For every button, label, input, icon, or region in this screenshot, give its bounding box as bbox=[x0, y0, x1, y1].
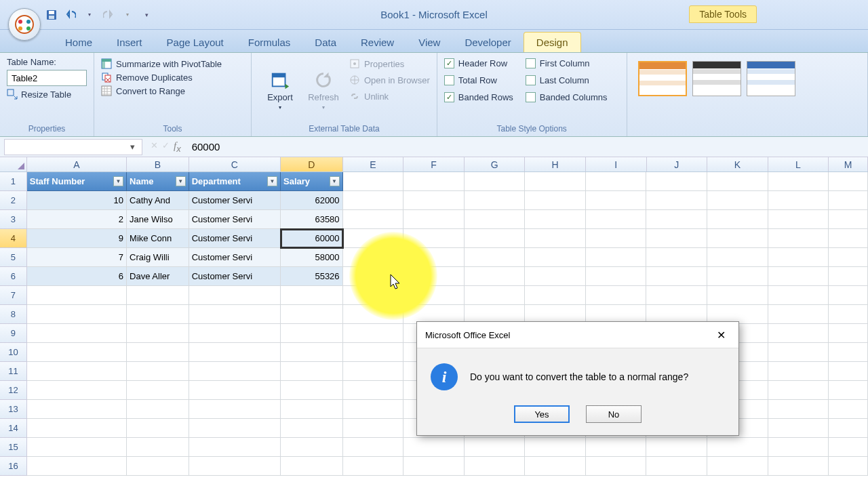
cell[interactable] bbox=[189, 381, 281, 400]
cell[interactable]: Customer Servi bbox=[189, 229, 281, 248]
row-header[interactable]: 2 bbox=[0, 191, 27, 210]
cell[interactable] bbox=[465, 210, 526, 229]
undo-icon[interactable] bbox=[63, 7, 78, 22]
cell[interactable] bbox=[768, 381, 829, 400]
cell[interactable] bbox=[127, 362, 189, 381]
col-header-K[interactable]: K bbox=[707, 157, 768, 171]
cell[interactable]: 63580 bbox=[281, 210, 343, 229]
cell[interactable] bbox=[525, 210, 586, 229]
cell[interactable] bbox=[829, 400, 868, 419]
cell[interactable]: 10 bbox=[27, 191, 127, 210]
cell[interactable] bbox=[768, 229, 829, 248]
cell[interactable] bbox=[829, 343, 868, 362]
cell[interactable] bbox=[525, 457, 586, 476]
cell[interactable] bbox=[829, 457, 868, 476]
row-header[interactable]: 12 bbox=[0, 381, 27, 400]
tab-data[interactable]: Data bbox=[302, 33, 349, 52]
refresh-button[interactable]: Refresh▾ bbox=[302, 57, 345, 123]
convert-to-range-button[interactable]: Convert to Range bbox=[101, 84, 244, 98]
cell[interactable] bbox=[829, 229, 868, 248]
col-header-M[interactable]: M bbox=[829, 157, 868, 171]
cell[interactable] bbox=[343, 438, 404, 457]
cell[interactable] bbox=[768, 191, 829, 210]
cell[interactable] bbox=[403, 457, 465, 476]
qat-customize-icon[interactable]: ▾ bbox=[139, 7, 154, 22]
cell[interactable]: Cathy And bbox=[127, 191, 189, 210]
select-all-button[interactable] bbox=[0, 157, 27, 171]
cell[interactable] bbox=[27, 419, 127, 438]
remove-duplicates-button[interactable]: Remove Duplicates bbox=[101, 70, 244, 84]
cell[interactable] bbox=[465, 248, 526, 267]
ext-properties-button[interactable]: Properties bbox=[349, 57, 430, 70]
cell[interactable] bbox=[127, 343, 189, 362]
cell[interactable] bbox=[281, 324, 343, 343]
cell[interactable]: Craig Willi bbox=[127, 248, 189, 267]
cell[interactable] bbox=[586, 210, 647, 229]
cell[interactable] bbox=[281, 457, 343, 476]
cell[interactable]: Mike Conn bbox=[127, 229, 189, 248]
cell[interactable]: Customer Servi bbox=[189, 210, 281, 229]
cell[interactable] bbox=[27, 400, 127, 419]
open-browser-button[interactable]: Open in Browser bbox=[349, 73, 430, 87]
cancel-formula-icon[interactable]: ✕ bbox=[151, 140, 158, 154]
total-row-checkbox[interactable]: Total Row bbox=[444, 74, 513, 87]
cell[interactable] bbox=[403, 191, 465, 210]
col-header-L[interactable]: L bbox=[768, 157, 829, 171]
header-row-checkbox[interactable]: ✓Header Row bbox=[444, 57, 513, 70]
cell[interactable] bbox=[586, 438, 647, 457]
undo-dropdown-icon[interactable]: ▾ bbox=[82, 7, 97, 22]
save-icon[interactable] bbox=[44, 7, 59, 22]
cell[interactable] bbox=[829, 191, 868, 210]
table-name-input[interactable] bbox=[7, 70, 87, 86]
row-header[interactable]: 4 bbox=[0, 229, 27, 248]
table-header-cell[interactable]: Staff Number▼ bbox=[27, 172, 127, 191]
cell[interactable] bbox=[27, 343, 127, 362]
cell[interactable]: 55326 bbox=[281, 267, 343, 286]
row-header[interactable]: 15 bbox=[0, 438, 27, 457]
cell[interactable]: 60000 bbox=[281, 229, 343, 248]
cell[interactable] bbox=[707, 267, 768, 286]
filter-dropdown-icon[interactable]: ▼ bbox=[330, 176, 340, 186]
table-header-cell[interactable]: Name▼ bbox=[127, 172, 189, 191]
cell[interactable] bbox=[586, 286, 647, 305]
cell[interactable] bbox=[768, 248, 829, 267]
row-header[interactable]: 11 bbox=[0, 362, 27, 381]
tab-formulas[interactable]: Formulas bbox=[236, 33, 303, 52]
cell[interactable] bbox=[189, 419, 281, 438]
tab-home[interactable]: Home bbox=[53, 33, 104, 52]
cell[interactable] bbox=[343, 229, 404, 248]
col-header-F[interactable]: F bbox=[403, 157, 465, 171]
cell[interactable] bbox=[27, 305, 127, 324]
cell[interactable] bbox=[403, 438, 465, 457]
cell[interactable] bbox=[707, 438, 768, 457]
cell[interactable] bbox=[465, 286, 526, 305]
cell[interactable] bbox=[768, 267, 829, 286]
cell[interactable] bbox=[343, 324, 404, 343]
cell[interactable] bbox=[403, 286, 465, 305]
cell[interactable] bbox=[525, 191, 586, 210]
cell[interactable] bbox=[646, 229, 707, 248]
cell[interactable]: 9 bbox=[27, 229, 127, 248]
table-style-3[interactable] bbox=[747, 61, 795, 96]
cell[interactable] bbox=[768, 324, 829, 343]
cell[interactable] bbox=[403, 229, 465, 248]
export-button[interactable]: Export▾ bbox=[258, 57, 302, 123]
cell[interactable] bbox=[127, 305, 189, 324]
cell[interactable] bbox=[768, 457, 829, 476]
col-header-I[interactable]: I bbox=[586, 157, 647, 171]
cell[interactable] bbox=[707, 210, 768, 229]
cell[interactable] bbox=[707, 191, 768, 210]
cell[interactable] bbox=[189, 324, 281, 343]
col-header-H[interactable]: H bbox=[525, 157, 586, 171]
cell[interactable] bbox=[646, 438, 707, 457]
cell[interactable] bbox=[189, 438, 281, 457]
cell[interactable] bbox=[768, 362, 829, 381]
cell[interactable] bbox=[343, 267, 404, 286]
row-header[interactable]: 13 bbox=[0, 400, 27, 419]
filter-dropdown-icon[interactable]: ▼ bbox=[113, 176, 123, 186]
name-box-dropdown-icon[interactable]: ▾ bbox=[127, 142, 138, 152]
cell[interactable] bbox=[343, 286, 404, 305]
cell[interactable] bbox=[829, 305, 868, 324]
cell[interactable]: Jane Wilso bbox=[127, 210, 189, 229]
cell[interactable] bbox=[586, 267, 647, 286]
